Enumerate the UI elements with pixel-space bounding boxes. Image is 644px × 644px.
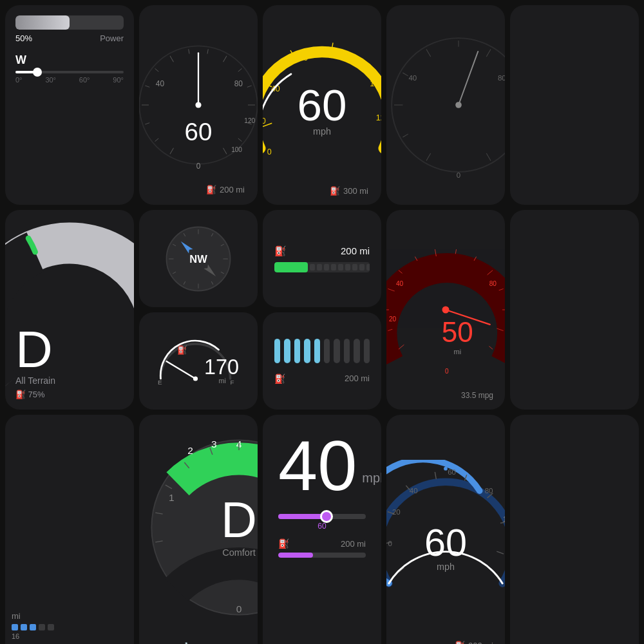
fuel-bar-top-widget: ⛽ 200 mi	[263, 210, 381, 307]
svg-point-74	[193, 376, 198, 381]
mpg-info: 33.5 mpg	[461, 389, 493, 401]
tick-8	[359, 264, 365, 270]
speedo-partial-widget: 40 80 100 0	[386, 5, 505, 205]
speed40-fuel-miles: 200 mi	[341, 539, 366, 549]
tick-3	[324, 264, 329, 270]
slider-thumb[interactable]	[33, 68, 42, 77]
svg-line-55	[459, 52, 478, 105]
pink-fuel-bar	[278, 553, 366, 558]
svg-line-6	[155, 68, 159, 71]
svg-text:Comfort: Comfort	[222, 547, 256, 558]
fuel-miles-yellow: 300 mi	[343, 186, 368, 196]
power-bar-container: 50% Power	[15, 15, 124, 43]
svg-text:40: 40	[410, 487, 418, 495]
svg-text:mi: mi	[454, 348, 462, 355]
fuel-bar-bottom-widget: ⛽ 200 mi	[263, 312, 381, 410]
terrain-mode: All Terrain	[15, 375, 55, 386]
svg-text:20: 20	[263, 117, 266, 126]
dot-4	[39, 624, 45, 630]
pink-slider-thumb[interactable]	[320, 510, 333, 523]
svg-point-56	[455, 102, 462, 108]
speed40-fuel-container: ⛽ 200 mi	[278, 538, 366, 558]
svg-text:mi: mi	[219, 377, 226, 384]
pink-fuel-fill	[278, 553, 313, 558]
speed40-number: 40	[278, 430, 357, 501]
pill-row	[274, 339, 370, 363]
svg-text:40: 40	[396, 280, 404, 287]
svg-line-11	[238, 68, 242, 71]
svg-text:120: 120	[244, 117, 255, 124]
dot-1	[12, 624, 18, 630]
pill-2	[284, 339, 290, 363]
topright-widget	[510, 5, 639, 205]
svg-text:170: 170	[204, 355, 239, 378]
svg-text:0: 0	[267, 147, 272, 156]
tick-1	[310, 264, 315, 270]
svg-line-73	[167, 361, 196, 379]
svg-text:120: 120	[376, 113, 381, 122]
pink-value: 60	[278, 522, 366, 531]
svg-text:80: 80	[485, 487, 493, 495]
tick-5	[338, 264, 343, 270]
fuel-info-dark: ⛽ 200 mi	[206, 185, 245, 194]
pink-slider-fill	[278, 514, 327, 519]
speedo-partial-svg: 40 80 100 0	[386, 24, 505, 185]
blue-fuel-miles: 200 mi	[468, 641, 493, 644]
svg-text:40: 40	[156, 79, 165, 88]
slider-ticks: 0° 30° 60° 90°	[15, 76, 124, 84]
svg-text:60: 60	[448, 468, 456, 476]
svg-line-134	[497, 551, 504, 554]
fuel-info-yellow: ⛽ 300 mi	[330, 186, 368, 196]
svg-text:2: 2	[187, 445, 193, 456]
svg-text:20: 20	[389, 316, 397, 323]
svg-text:100: 100	[231, 146, 242, 153]
svg-text:80: 80	[489, 280, 497, 287]
tick-7	[352, 264, 357, 270]
power-slider[interactable]: W 0° 30° 60° 90°	[15, 50, 124, 88]
pill-3	[294, 339, 300, 363]
svg-point-39	[392, 38, 505, 172]
tick-60: 60°	[79, 76, 90, 84]
speedo-yellow-widget: 20 0 40 60 80 100 120 60 mph ⛽ 300 mi	[263, 5, 381, 205]
svg-line-46	[486, 49, 491, 57]
bottomleft-dots: 16	[12, 624, 54, 640]
tick-0: 0°	[15, 76, 23, 84]
pill-5	[314, 339, 320, 363]
speedo-blue-widget: 20 0 40 60 80 100 60 mph ⛽ 200 mi	[386, 415, 505, 644]
svg-text:1: 1	[169, 492, 175, 503]
fuel-icon-dark: ⛽	[206, 185, 216, 194]
slider-track	[15, 71, 124, 73]
pink-slider-track[interactable]	[278, 514, 366, 519]
speedo-red-svg: 40 80 60 20 0 50 mi	[386, 239, 505, 381]
blue-fuel-info: ⛽ 200 mi	[455, 641, 493, 644]
green-bar-fill	[274, 262, 308, 272]
svg-line-10	[223, 56, 227, 62]
svg-line-7	[170, 56, 174, 62]
compass-fuel-col: NW E F 170 mi ⛽	[139, 210, 258, 410]
fuel-bottom-icon: ⛽	[274, 374, 285, 384]
svg-text:100: 100	[503, 515, 505, 523]
fuel-top-miles: 200 mi	[341, 245, 370, 256]
svg-line-9	[207, 49, 208, 53]
svg-text:⛽: ⛽	[177, 345, 187, 355]
terrain-widget: D All Terrain ⛽ 75%	[5, 210, 134, 410]
svg-line-130	[435, 472, 436, 479]
svg-line-93	[489, 346, 493, 350]
terrain-fuel: ⛽ 75%	[15, 390, 55, 399]
svg-text:60: 60	[299, 53, 308, 62]
pill-7	[334, 339, 339, 363]
fuel-icon-yellow: ⛽	[330, 186, 340, 196]
svg-line-50	[486, 153, 491, 161]
svg-text:40: 40	[408, 74, 417, 82]
pill-6	[324, 339, 330, 363]
svg-line-2	[155, 138, 159, 142]
tick-6	[345, 264, 350, 270]
svg-point-141	[444, 467, 448, 471]
power-labels: 50% Power	[15, 33, 124, 43]
svg-text:mph: mph	[437, 562, 455, 572]
midright-widget	[510, 210, 639, 410]
gear-green-widget: 4 5 6 7 8 3 2 1 0 D	[139, 415, 258, 644]
fuel-bottom-row: ⛽ 200 mi	[274, 374, 370, 384]
fuel-top-icon: ⛽	[274, 245, 287, 257]
terrain-gear: D	[15, 324, 55, 375]
